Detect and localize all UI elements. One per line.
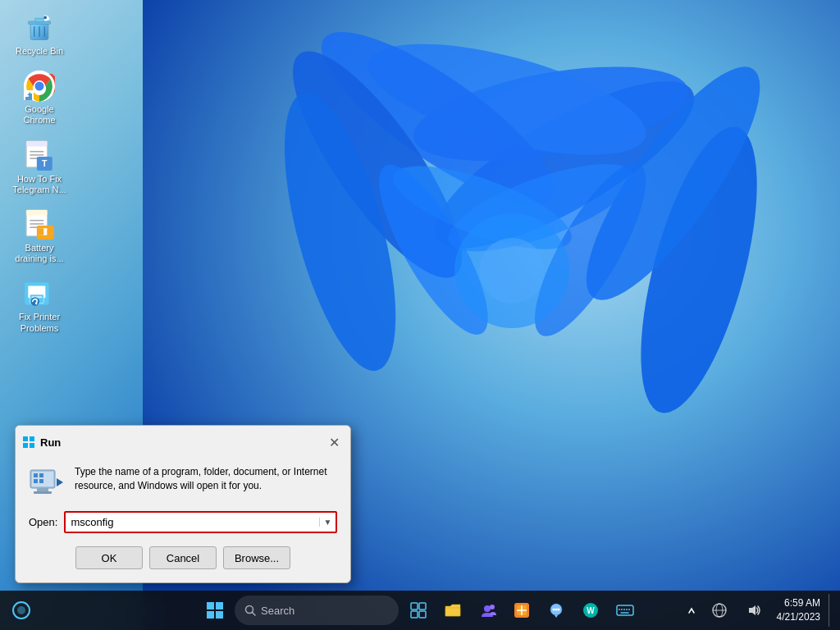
teams-button[interactable]: [472, 596, 502, 625]
svg-rect-48: [47, 230, 49, 233]
svg-rect-58: [30, 443, 34, 448]
svg-rect-57: [23, 443, 28, 448]
svg-point-69: [17, 606, 25, 614]
run-cancel-button[interactable]: Cancel: [149, 546, 217, 569]
how-to-fix-telegram-icon[interactable]: T How To Fix Telegram N...: [8, 136, 71, 199]
taskbar: Search: [0, 591, 840, 630]
svg-text:W: W: [587, 606, 595, 615]
language-button[interactable]: [705, 596, 734, 625]
svg-rect-61: [37, 488, 48, 491]
search-bar[interactable]: Search: [235, 596, 399, 625]
svg-rect-71: [216, 602, 223, 609]
run-titlebar: Run ✕: [16, 426, 350, 455]
file-explorer-button[interactable]: [438, 596, 468, 625]
task-view-button[interactable]: [404, 596, 433, 625]
run-description: Type the name of a program, folder, docu…: [75, 465, 337, 493]
svg-rect-66: [39, 479, 43, 483]
svg-rect-76: [411, 603, 418, 609]
svg-point-88: [558, 609, 560, 611]
run-close-button[interactable]: ✕: [324, 432, 344, 452]
svg-point-29: [35, 82, 44, 91]
run-dialog: Run ✕: [15, 425, 351, 583]
battery-label: Battery draining is...: [11, 243, 67, 264]
svg-rect-64: [39, 473, 43, 477]
svg-text:T: T: [42, 158, 48, 167]
svg-point-14: [479, 238, 545, 304]
svg-marker-101: [749, 605, 756, 615]
svg-point-81: [484, 605, 491, 612]
chevron-icon: [687, 605, 696, 615]
printer-label: Fix Printer Problems: [11, 312, 67, 333]
svg-point-87: [555, 609, 558, 611]
run-input-wrapper: ▼: [64, 511, 337, 533]
google-chrome-icon[interactable]: Google Chrome: [8, 66, 71, 129]
run-icon: [29, 465, 63, 500]
run-ok-button[interactable]: OK: [75, 546, 143, 569]
svg-marker-67: [57, 478, 63, 486]
telegram-fix-label: How To Fix Telegram N...: [11, 174, 67, 195]
svg-rect-72: [207, 611, 214, 619]
recycle-bin-label: Recycle Bin: [16, 46, 63, 57]
svg-point-82: [490, 605, 495, 609]
svg-rect-56: [30, 436, 34, 441]
svg-rect-62: [34, 491, 52, 494]
edge-button[interactable]: [507, 596, 536, 625]
start-button[interactable]: [200, 596, 230, 625]
chrome-label: Google Chrome: [11, 104, 67, 126]
screen-keyboard-button[interactable]: [610, 596, 640, 625]
clock-date: 4/21/2023: [777, 610, 820, 624]
svg-rect-41: [26, 210, 47, 215]
svg-rect-17: [35, 18, 44, 22]
svg-line-75: [253, 613, 256, 616]
svg-rect-55: [23, 436, 28, 441]
run-description-row: Type the name of a program, folder, docu…: [29, 465, 337, 500]
svg-point-21: [43, 16, 47, 20]
fix-printer-icon[interactable]: Fix Printer Problems: [8, 274, 71, 336]
run-open-label: Open:: [29, 516, 57, 528]
clock[interactable]: 6:59 AM 4/21/2023: [774, 596, 824, 624]
svg-point-86: [553, 609, 555, 611]
battery-draining-icon[interactable]: Battery draining is...: [8, 205, 71, 267]
system-tray-chevron[interactable]: [683, 604, 700, 617]
svg-rect-34: [26, 141, 47, 146]
svg-rect-47: [39, 228, 43, 235]
run-dropdown-arrow[interactable]: ▼: [319, 518, 336, 527]
run-buttons-row: OK Cancel Browse...: [29, 546, 337, 569]
svg-rect-77: [419, 603, 426, 609]
run-browse-button[interactable]: Browse...: [223, 546, 290, 569]
sound-button[interactable]: [739, 596, 769, 625]
svg-rect-80: [445, 608, 460, 616]
search-icon: [244, 605, 256, 616]
svg-rect-63: [34, 473, 38, 477]
desktop: Recycle Bin: [0, 0, 840, 630]
svg-rect-65: [34, 479, 38, 483]
svg-rect-79: [419, 611, 426, 618]
run-input-row: Open: ▼: [29, 511, 337, 533]
clock-time: 6:59 AM: [784, 596, 820, 610]
run-content: Type the name of a program, folder, docu…: [16, 455, 350, 582]
search-placeholder: Search: [261, 605, 294, 617]
desktop-icons: Recycle Bin: [8, 8, 71, 337]
recycle-bin-icon[interactable]: Recycle Bin: [8, 8, 71, 60]
chat-button[interactable]: [541, 596, 571, 625]
pinned-app-button[interactable]: W: [576, 596, 605, 625]
run-title-icon: [22, 436, 35, 449]
show-desktop-button[interactable]: [829, 594, 833, 627]
run-input-field[interactable]: [66, 513, 319, 532]
svg-rect-73: [216, 611, 223, 619]
svg-rect-70: [207, 602, 214, 609]
cortana-button[interactable]: [7, 596, 36, 625]
svg-rect-78: [411, 611, 418, 618]
run-title-text: Run: [40, 436, 61, 449]
